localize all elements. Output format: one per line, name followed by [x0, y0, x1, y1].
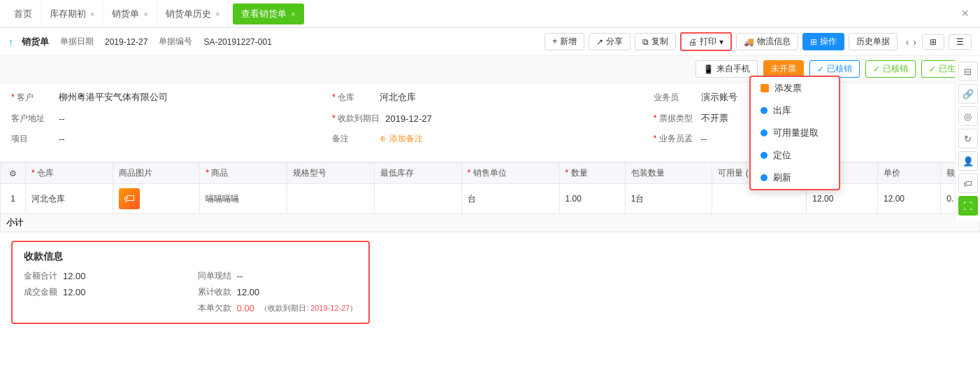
ticket-type-label: 票据类型 [654, 113, 696, 125]
tab-view-sales[interactable]: 查看销货单 × [233, 3, 303, 24]
project-value: -- [59, 134, 65, 144]
subtotal-label: 小计 [1, 214, 980, 232]
sidebar-grid-icon: ⊟ [964, 66, 972, 77]
locate-item[interactable]: 定位 [751, 144, 839, 167]
due-date-value: 2019-12-27 [385, 113, 432, 124]
tab-inventory-init-label: 库存期初 [50, 8, 86, 20]
cell-min-stock [374, 184, 461, 214]
sidebar-link-button[interactable]: 🔗 [958, 84, 978, 104]
sidebar-tag-button[interactable]: 🏷 [958, 174, 978, 193]
tab-view-sales-close[interactable]: × [291, 10, 295, 18]
customer-addr-group: 客户地址 -- [11, 113, 326, 125]
cancelled-button[interactable]: ✓ 已核销 [865, 60, 916, 78]
add-note-button[interactable]: ⊕ 添加备注 [380, 133, 422, 145]
tab-sales-history-close[interactable]: × [215, 10, 219, 18]
prev-arrow[interactable]: ‹ [905, 36, 911, 48]
cell-package-qty: 1台 [625, 184, 712, 214]
toolbar-left: ↑ 销货单 单据日期 2019-12-27 单据编号 SA-20191227-0… [8, 36, 539, 48]
sidebar-refresh-button[interactable]: ↻ [958, 129, 978, 148]
plus-icon: ⊕ [380, 134, 387, 143]
invoice-icon [761, 84, 769, 92]
operations-icon: ⊞ [810, 37, 817, 47]
sidebar-expand-button[interactable]: ⛶ [958, 196, 978, 216]
current-due-label: 本单欠款 [198, 302, 231, 314]
warehouse-label: 仓库 [332, 92, 374, 104]
right-sidebar: ⊟ 🔗 ◎ ↻ 👤 🏷 ⛶ [955, 56, 980, 221]
tab-inventory-init[interactable]: 库存期初 × [41, 0, 103, 28]
history-button[interactable]: 历史单据 [849, 33, 898, 50]
cell-quantity: 1.00 [559, 184, 625, 214]
staff2-label: 业务员孟 [654, 133, 696, 145]
sidebar-circle-button[interactable]: ◎ [958, 106, 978, 126]
subtotal-row: 小计 [1, 214, 980, 232]
operations-button[interactable]: ⊞ 操作 [802, 33, 844, 50]
sidebar-refresh-icon: ↻ [964, 134, 972, 144]
available-qty-item[interactable]: 可用量提取 [751, 122, 839, 144]
new-button[interactable]: + 新增 [545, 33, 584, 50]
project-label: 项目 [11, 133, 53, 145]
staff2-value: -- [701, 134, 707, 144]
share-button[interactable]: ↗ 分享 [589, 33, 630, 50]
th-settings[interactable]: ⚙ [1, 163, 26, 184]
from-phone-button[interactable]: 📱 来自手机 [696, 60, 758, 78]
truck-icon: 🚚 [744, 37, 754, 47]
cell-product-image: 🏷 [113, 184, 200, 214]
same-order-value: -- [237, 271, 243, 281]
add-invoice-item[interactable]: 添发票 [751, 77, 839, 99]
nav-arrows: ‹ › [905, 36, 918, 48]
outbound-label: 出库 [773, 104, 791, 117]
tab-sales-order-close[interactable]: × [143, 10, 147, 18]
logistics-button[interactable]: 🚚 物流信息 [736, 33, 798, 50]
cumulative-receipt-value: 12.00 [237, 287, 260, 297]
sidebar-user-button[interactable]: 👤 [958, 151, 978, 171]
tab-sales-history[interactable]: 销货单历史 × [157, 0, 229, 28]
toolbar-right: + 新增 ↗ 分享 ⧉ 复制 🖨 打印 ▾ 🚚 物流信息 [545, 32, 972, 51]
outbound-icon [761, 107, 768, 114]
sidebar-circle-icon: ◎ [964, 111, 972, 122]
date-value: 2019-12-27 [105, 37, 147, 47]
next-arrow[interactable]: › [911, 36, 918, 48]
refresh-label: 刷新 [773, 171, 791, 184]
cell-product: 嗝嗝嗝嗝 [200, 184, 287, 214]
print-button[interactable]: 🖨 打印 ▾ [680, 32, 732, 51]
th-sales-unit: 销售单位 [461, 163, 559, 184]
staff-value: 演示账号 [701, 91, 737, 104]
grid-view-button[interactable]: ⊞ [922, 34, 944, 50]
th-package-qty: 包装数量 [625, 163, 712, 184]
tab-home[interactable]: 首页 [6, 0, 41, 28]
locate-icon [761, 152, 768, 159]
payment-grid: 金额合计 12.00 同单现结 -- 成交金额 12.00 累计收款 12.00 [24, 270, 357, 314]
note-label: 备注 [332, 133, 374, 145]
settings-icon: ⚙ [9, 169, 17, 178]
cell-unit-price: 12.00 [878, 184, 941, 214]
total-amount-item: 金额合计 12.00 [24, 270, 184, 282]
number-value: SA-20191227-001 [203, 37, 271, 47]
refresh-dropdown-icon [761, 174, 768, 181]
tab-sales-order[interactable]: 销货单 × [103, 0, 157, 28]
staff-label: 业务员 [654, 92, 696, 104]
payment-box: 收款信息 金额合计 12.00 同单现结 -- 成交金额 12.00 [11, 241, 370, 324]
outbound-item[interactable]: 出库 [751, 99, 839, 122]
transaction-amount-value: 12.00 [63, 287, 86, 297]
tab-home-label: 首页 [14, 8, 32, 20]
list-view-button[interactable]: ☰ [949, 34, 972, 50]
main-content: ↑ 销货单 单据日期 2019-12-27 单据编号 SA-20191227-0… [0, 28, 980, 373]
print-dropdown-arrow: ▾ [719, 37, 723, 47]
cell-spec [287, 184, 375, 214]
cell-no: 1 [1, 184, 26, 214]
product-thumbnail: 🏷 [119, 188, 140, 209]
phone-icon: 📱 [703, 64, 714, 74]
add-invoice-label: 添发票 [774, 82, 802, 94]
window-close-button[interactable]: × [956, 6, 974, 21]
operations-dropdown: 添发票 出库 可用量提取 定位 刷新 [749, 76, 840, 190]
print-icon: 🖨 [689, 37, 697, 47]
tab-inventory-init-close[interactable]: × [90, 10, 94, 18]
effective-icon: ✓ [929, 64, 936, 74]
number-label: 单据编号 [159, 36, 192, 48]
copy-button[interactable]: ⧉ 复制 [635, 33, 676, 50]
sidebar-grid-view-button[interactable]: ⊟ [958, 62, 978, 81]
available-qty-label: 可用量提取 [773, 127, 819, 139]
transaction-amount-label: 成交金额 [24, 286, 57, 298]
customer-label: 客户 [11, 92, 53, 104]
refresh-item[interactable]: 刷新 [751, 167, 839, 189]
